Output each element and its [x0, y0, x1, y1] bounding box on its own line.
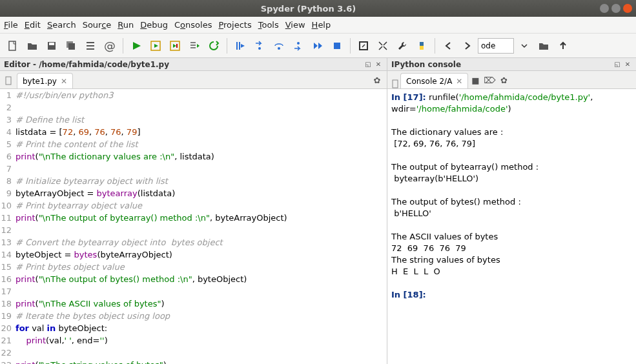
arrow-up-icon — [557, 40, 569, 52]
svg-point-9 — [297, 42, 300, 45]
chevron-down-icon — [520, 42, 528, 50]
browse-dir-button[interactable] — [535, 37, 553, 55]
editor-tabbar: byte1.py ✕ ✿ — [0, 71, 387, 89]
run-selection-button[interactable] — [185, 37, 203, 55]
svg-rect-4 — [68, 43, 75, 50]
svg-point-7 — [258, 47, 261, 50]
menu-tools[interactable]: Tools — [258, 20, 279, 30]
step-over-button[interactable] — [270, 37, 288, 55]
menu-run[interactable]: Run — [118, 20, 134, 30]
editor-undock-button[interactable]: ◱ — [364, 60, 373, 69]
editor-pane: Editor - /home/fahmida/code/byte1.py ◱ ✕… — [0, 58, 387, 364]
svg-rect-12 — [6, 77, 11, 85]
run-button[interactable] — [127, 37, 145, 55]
open-file-button[interactable] — [23, 37, 41, 55]
preferences-button[interactable] — [393, 37, 411, 55]
arrow-left-icon — [442, 40, 454, 52]
console-file-icon — [391, 79, 400, 88]
toolbar: @ — [0, 34, 636, 58]
window-title: Spyder (Python 3.6) — [17, 4, 600, 14]
menu-search[interactable]: Search — [47, 20, 76, 30]
debug-icon — [234, 40, 246, 52]
file-icon — [4, 76, 14, 86]
console-pane: IPython console ◱ ✕ Console 2/A ✕ ■ ⌦ ✿ … — [387, 58, 636, 364]
editor-close-pane-button[interactable]: ✕ — [374, 60, 383, 69]
play-icon — [130, 40, 142, 52]
parent-dir-button[interactable] — [554, 37, 572, 55]
run-cell-icon — [150, 40, 161, 52]
at-icon: @ — [104, 39, 116, 52]
fullscreen-icon — [377, 40, 389, 52]
forward-button[interactable] — [458, 37, 477, 55]
new-file-icon — [7, 40, 19, 52]
code-editor[interactable]: 1#!/usr/bin/env python3 2 3# Define the … — [0, 89, 387, 364]
console-pane-title: IPython console ◱ ✕ — [387, 58, 636, 71]
editor-tab-label: byte1.py — [23, 77, 57, 86]
console-clear-button[interactable]: ⌦ — [484, 74, 495, 86]
console-title-label: IPython console — [391, 60, 461, 69]
console-undock-button[interactable]: ◱ — [613, 60, 622, 69]
run-cell-advance-icon — [169, 40, 181, 52]
arrow-right-icon — [462, 40, 473, 52]
path-dropdown-button[interactable] — [515, 37, 533, 55]
save-all-button[interactable] — [62, 37, 80, 55]
save-button[interactable] — [43, 37, 61, 55]
step-into-button[interactable] — [251, 37, 269, 55]
run-cell-advance-button[interactable] — [166, 37, 184, 55]
svg-point-8 — [278, 47, 280, 50]
working-dir-input[interactable] — [478, 38, 514, 54]
maximize-icon — [358, 40, 369, 52]
editor-title-label: Editor - /home/fahmida/code/byte1.py — [4, 60, 169, 69]
menu-edit[interactable]: Edit — [25, 20, 41, 30]
folder-open-icon — [26, 40, 38, 52]
console-stop-button[interactable]: ■ — [469, 74, 481, 86]
svg-rect-2 — [49, 43, 54, 45]
menu-view[interactable]: View — [285, 20, 305, 30]
stop-button[interactable] — [328, 37, 346, 55]
console-tabbar: Console 2/A ✕ ■ ⌦ ✿ — [387, 71, 636, 89]
menu-debug[interactable]: Debug — [140, 20, 168, 30]
maximize-pane-button[interactable] — [354, 37, 373, 55]
editor-tab-byte1[interactable]: byte1.py ✕ — [17, 73, 73, 88]
minimize-button[interactable] — [600, 4, 609, 13]
console-tab-close-button[interactable]: ✕ — [456, 77, 462, 86]
svg-rect-10 — [334, 43, 340, 49]
menu-consoles[interactable]: Consoles — [174, 20, 212, 30]
console-tab[interactable]: Console 2/A ✕ — [400, 73, 468, 88]
back-button[interactable] — [439, 37, 457, 55]
continue-icon — [312, 40, 323, 52]
close-button[interactable] — [623, 4, 632, 13]
outline-button[interactable] — [81, 37, 99, 55]
save-icon — [46, 40, 57, 52]
menu-source[interactable]: Source — [83, 20, 112, 30]
svg-rect-13 — [393, 80, 398, 88]
run-cell-button[interactable] — [147, 37, 165, 55]
editor-options-button[interactable]: ✿ — [371, 74, 383, 86]
new-file-button[interactable] — [4, 37, 22, 55]
menu-file[interactable]: File — [4, 20, 18, 30]
folder-icon — [538, 40, 549, 52]
console-options-button[interactable]: ✿ — [498, 74, 509, 86]
fullscreen-button[interactable] — [374, 37, 392, 55]
titlebar: Spyder (Python 3.6) — [0, 0, 636, 17]
maximize-button[interactable] — [611, 4, 621, 13]
rerun-icon — [208, 40, 220, 52]
ipython-console[interactable]: In [17]: runfile('/home/fahmida/code/byt… — [387, 89, 636, 364]
stop-icon — [331, 40, 343, 52]
console-close-pane-button[interactable]: ✕ — [623, 60, 632, 69]
editor-pane-title: Editor - /home/fahmida/code/byte1.py ◱ ✕ — [0, 58, 387, 71]
python-icon — [416, 40, 427, 52]
menu-help[interactable]: Help — [312, 20, 331, 30]
console-tab-label: Console 2/A — [406, 77, 452, 86]
step-out-icon — [292, 40, 304, 52]
menu-projects[interactable]: Projects — [218, 20, 251, 30]
continue-button[interactable] — [309, 37, 327, 55]
svg-rect-0 — [9, 41, 15, 50]
editor-tab-close-button[interactable]: ✕ — [61, 77, 67, 86]
step-out-button[interactable] — [289, 37, 307, 55]
at-button[interactable]: @ — [101, 37, 119, 55]
python-path-button[interactable] — [413, 37, 431, 55]
debug-button[interactable] — [231, 37, 249, 55]
rerun-button[interactable] — [205, 37, 223, 55]
step-into-icon — [254, 40, 265, 52]
